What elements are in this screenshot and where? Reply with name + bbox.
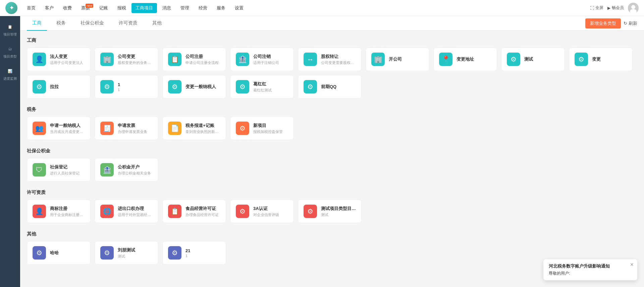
card-social-register[interactable]: 🛡 社保登记 进行人员社保登记 xyxy=(27,158,91,182)
card-subtitle-food-license: 办理食品经营许可证 xyxy=(185,212,220,217)
vip-button[interactable]: ▶ 畅会员 xyxy=(607,5,624,11)
fullscreen-button[interactable]: ⛶ 全屏 xyxy=(590,5,603,11)
card-liupeng-test[interactable]: ⚙ 刘朋测试 测试 xyxy=(95,241,158,265)
tab-social[interactable]: 社保公积金 xyxy=(75,16,109,31)
notification-close[interactable]: ✕ xyxy=(630,262,634,267)
nav-item-accounting[interactable]: 记账 xyxy=(95,3,112,13)
nav-item-client[interactable]: 客户 xyxy=(41,3,58,13)
card-title-fund-open: 公积金开户 xyxy=(118,164,153,170)
card-icon-one: ⚙ xyxy=(100,80,114,93)
card-change-taxpayer[interactable]: ⚙ 变更一般纳税人 xyxy=(162,75,226,98)
add-type-button[interactable]: 新增业务类型 xyxy=(585,18,621,28)
card-text-haha: 哈哈 xyxy=(50,250,85,256)
nav-items: 首页客户收费票据new记账报税工商项目消息管理经营服务设置 xyxy=(23,3,590,13)
card-tax-report[interactable]: 📄 税务报道+记账 拿到营业执照的新公司 xyxy=(162,117,226,140)
card-text-change: 变更 xyxy=(592,56,627,62)
card-twenty-one[interactable]: ⚙ 21 1 xyxy=(162,241,226,265)
card-icon-earlyqq: ⚙ xyxy=(304,80,317,93)
card-text-one: 1 1 xyxy=(118,82,153,92)
refresh-button[interactable]: ↻ 刷新 xyxy=(624,20,637,26)
card-text-company-change: 公司变更 股权变更外的业务变更 xyxy=(118,54,153,65)
nav-item-service[interactable]: 服务 xyxy=(213,3,229,13)
card-text-lala: 拉拉 xyxy=(50,84,85,90)
sidebar: 📋项目管理🗂项目类型📊进度监测 xyxy=(0,16,20,287)
nav-item-industry[interactable]: 工商项目 xyxy=(131,3,157,13)
card-change-address[interactable]: 📍 变更地址 xyxy=(433,48,497,71)
tab-industry[interactable]: 工商 xyxy=(27,16,47,31)
card-import-export[interactable]: 🌐 进出口权办理 适用于对外贸易经营者 xyxy=(95,200,158,223)
user-avatar[interactable] xyxy=(628,3,639,13)
card-text-social-register: 社保登记 进行人员社保登记 xyxy=(50,164,85,176)
card-text-3a-cert: 3A认证 对企业信誉评级 xyxy=(253,206,288,217)
nav-item-message[interactable]: 消息 xyxy=(158,3,175,13)
card-test[interactable]: ⚙ 测试 xyxy=(501,48,565,71)
card-title-change: 变更 xyxy=(592,56,627,62)
card-text-twenty-one: 21 1 xyxy=(185,248,220,258)
nav-item-tax[interactable]: 报税 xyxy=(113,3,130,13)
nav-item-operation[interactable]: 经营 xyxy=(195,3,211,13)
card-title-company-cancel: 公司注销 xyxy=(253,54,288,60)
nav-item-manage[interactable]: 管理 xyxy=(176,3,193,13)
card-earlyqq[interactable]: ⚙ 前期QQ xyxy=(298,75,362,98)
card-test-type[interactable]: ⚙ 测试项目类型目定义 测试 xyxy=(298,200,362,223)
app-logo[interactable]: ✦ xyxy=(5,2,17,14)
card-title-lala: 拉拉 xyxy=(50,84,85,90)
nav-item-home[interactable]: 首页 xyxy=(23,3,40,13)
card-subtitle-trademark: 用于企业商标注册服务 xyxy=(50,212,85,217)
card-text-trademark: 商标注册 用于企业商标注册服务 xyxy=(50,206,85,217)
card-gehonghong[interactable]: ⚙ 葛红红 葛红红测试 xyxy=(230,75,294,98)
card-subtitle-3a-cert: 对企业信誉评级 xyxy=(253,212,288,217)
card-title-liupeng-test: 刘朋测试 xyxy=(118,247,153,253)
card-haha[interactable]: ⚙ 哈哈 xyxy=(27,241,91,265)
card-icon-company-register: 📋 xyxy=(168,53,181,66)
card-icon-test: ⚙ xyxy=(507,53,520,66)
nav-item-invoice[interactable]: 票据new xyxy=(77,3,94,13)
card-icon-trademark: 👤 xyxy=(33,205,46,218)
sidebar-label-project-manage: 项目管理 xyxy=(3,32,17,37)
notification-content: 尊敬的用户: xyxy=(549,271,632,276)
card-subtitle-company-change: 股权变更外的业务变更 xyxy=(118,60,153,65)
card-subtitle-tax-report: 拿到营业执照的新公司 xyxy=(185,129,220,134)
notification-popup: ✕ 河北税务数字账户升级影响通知 尊敬的用户: xyxy=(543,259,637,280)
card-apply-taxpayer[interactable]: 👥 申请一般纳税人 当月或次月成变更完成 xyxy=(27,117,91,140)
card-lala[interactable]: ⚙ 拉拉 xyxy=(27,75,91,98)
card-company-change[interactable]: 🏢 公司变更 股权变更外的业务变更 xyxy=(95,48,158,71)
sidebar-item-project-type[interactable]: 🗂项目类型 xyxy=(2,42,18,62)
card-title-company-register: 公司注册 xyxy=(185,54,220,60)
card-icon-change: ⚙ xyxy=(575,53,588,66)
sidebar-icon-project-type: 🗂 xyxy=(6,45,14,53)
sidebar-item-progress-monitor[interactable]: 📊进度监测 xyxy=(2,64,18,84)
card-trademark[interactable]: 👤 商标注册 用于企业商标注册服务 xyxy=(27,200,91,223)
card-equity-transfer[interactable]: ↔ 股权转让 公司变更需要股权转让 xyxy=(298,48,362,71)
card-company-cancel[interactable]: 🏦 公司注销 适用于注销公司 xyxy=(230,48,294,71)
card-company-register[interactable]: 📋 公司注册 申请公司注册全流程 xyxy=(162,48,226,71)
card-subtitle-apply-invoice: 办理申请发票业务 xyxy=(118,129,153,134)
card-fund-open[interactable]: 🏦 公积金开户 办理公积金相关业务 xyxy=(95,158,158,182)
tab-license[interactable]: 许可资质 xyxy=(113,16,143,31)
fullscreen-icon: ⛶ xyxy=(590,6,594,10)
social-cards: 🛡 社保登记 进行人员社保登记 🏦 公积金开户 办理公积金相关业务 xyxy=(27,158,637,182)
card-open-company[interactable]: 🏢 开公司 xyxy=(366,48,429,71)
card-3a-cert[interactable]: ⚙ 3A认证 对企业信誉评级 xyxy=(230,200,294,223)
card-food-license[interactable]: 📋 食品经营许可证 办理食品经营许可证 xyxy=(162,200,226,223)
refresh-label: 刷新 xyxy=(629,20,637,26)
svg-point-1 xyxy=(631,5,635,9)
tab-other[interactable]: 其他 xyxy=(147,16,167,31)
nav-item-settings[interactable]: 设置 xyxy=(231,3,248,13)
card-legal-change[interactable]: 👤 法人变更 适用于公司变更法人 xyxy=(27,48,91,71)
card-new-project[interactable]: ⚙ 新项目 报税加税控盘保管 xyxy=(230,117,294,140)
tab-tax[interactable]: 税务 xyxy=(51,16,71,31)
refresh-icon: ↻ xyxy=(624,21,627,26)
vip-icon: ▶ xyxy=(607,6,610,10)
card-one[interactable]: ⚙ 1 1 xyxy=(95,75,158,98)
sidebar-item-project-manage[interactable]: 📋项目管理 xyxy=(2,20,18,40)
nav-item-fee[interactable]: 收费 xyxy=(59,3,76,13)
card-title-apply-invoice: 申请发票 xyxy=(118,123,153,129)
card-subtitle-social-register: 进行人员社保登记 xyxy=(50,171,85,176)
card-subtitle-company-cancel: 适用于注销公司 xyxy=(253,60,288,65)
card-change[interactable]: ⚙ 变更 xyxy=(569,48,633,71)
card-icon-test-type: ⚙ xyxy=(304,205,317,218)
card-text-apply-invoice: 申请发票 办理申请发票业务 xyxy=(118,123,153,134)
card-apply-invoice[interactable]: 🧾 申请发票 办理申请发票业务 xyxy=(95,117,158,140)
card-icon-equity-transfer: ↔ xyxy=(304,53,317,66)
